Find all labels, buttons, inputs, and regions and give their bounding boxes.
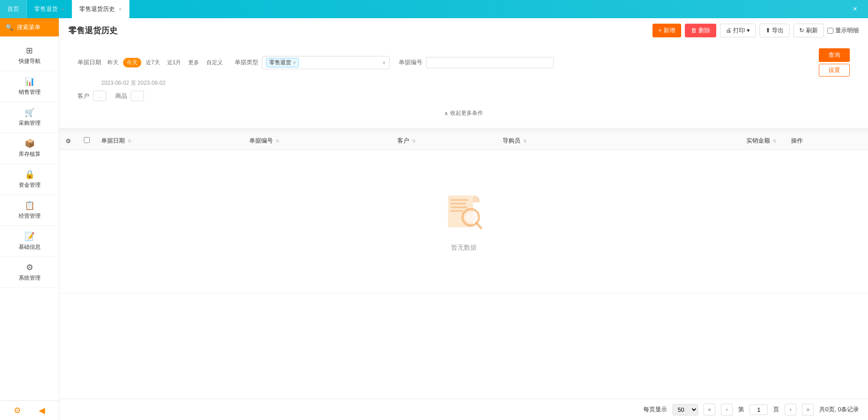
delete-button[interactable]: 🗑 删除	[685, 24, 716, 37]
sidebar-search[interactable]: 🔍 搜索菜单	[0, 18, 59, 36]
th-settings[interactable]: ⚙	[59, 132, 77, 150]
tab-return-close[interactable]: ×	[62, 6, 64, 12]
date-custom[interactable]: 自定义	[204, 58, 226, 67]
display-toggle[interactable]: 显示明细	[827, 26, 859, 35]
page-input[interactable]	[750, 405, 768, 415]
window-close-button[interactable]: ×	[849, 3, 861, 15]
type-dropdown[interactable]: 零售退货 × ∨	[262, 56, 390, 69]
empty-cell: 暂无数据	[59, 150, 868, 293]
table-header-row: ⚙ 单据日期 ⇅ 单据编号 ⇅ 客户	[59, 132, 868, 150]
date-7days[interactable]: 近7天	[143, 58, 163, 67]
page-title-row: 零售退货历史 + 新增 🗑 删除 🖨 打印 ▾ ⬆ 导出 ↻ 刷新 显示明细	[68, 24, 859, 37]
date-range-text: 2023-06-02 至 2023-06-02	[101, 80, 165, 86]
table-body: 暂无数据	[59, 150, 868, 293]
goods-filter: 商品 ...	[115, 91, 144, 101]
number-filter-label: 单据编号	[399, 58, 422, 67]
tab-history-close[interactable]: ×	[118, 6, 121, 12]
sidebar-menu: ⊞ 快捷导航 📊 销售管理 🛒 采购管理 📦 库存核算 🔒 资金管理 📋	[0, 36, 59, 400]
data-table: ⚙ 单据日期 ⇅ 单据编号 ⇅ 客户	[59, 132, 868, 293]
tab-list: 首页 零售退货 × 零售退货历史 ×	[0, 0, 849, 18]
toolbar-buttons: + 新增 🗑 删除 🖨 打印 ▾ ⬆ 导出 ↻ 刷新 显示明细	[652, 24, 859, 37]
prev-page-icon: ‹	[726, 406, 728, 413]
type-filter: 单据类型 零售退货 × ∨	[235, 56, 390, 69]
sidebar-settings-button[interactable]: ⚙	[14, 405, 21, 415]
per-page-select[interactable]: 20 50 100	[673, 404, 698, 415]
select-all-checkbox[interactable]	[84, 137, 90, 143]
th-checkbox[interactable]	[77, 132, 96, 150]
date-range-row: 2023-06-02 至 2023-06-02	[77, 78, 850, 87]
table-header: ⚙ 单据日期 ⇅ 单据编号 ⇅ 客户	[59, 132, 868, 150]
top-bar: 首页 零售退货 × 零售退货历史 × ×	[0, 0, 868, 18]
date-shortcuts: 昨天 今天 近7天 近1月 更多 自定义	[105, 58, 226, 67]
display-checkbox[interactable]	[827, 28, 833, 34]
sidebar-item-operation[interactable]: 📋 经营管理	[0, 195, 59, 226]
sidebar-item-system[interactable]: ⚙ 系统管理	[0, 257, 59, 288]
th-amount[interactable]: 实销金额 ⇅	[624, 132, 785, 150]
sidebar-item-inventory[interactable]: 📦 库存核算	[0, 133, 59, 164]
date-yesterday[interactable]: 昨天	[105, 58, 121, 67]
th-guide-label: 导购员	[503, 137, 520, 144]
next-page-button[interactable]: ›	[785, 404, 796, 415]
sidebar-item-quicknav[interactable]: ⊞ 快捷导航	[0, 40, 59, 71]
refresh-button[interactable]: ↻ 刷新	[793, 24, 824, 37]
per-page-label: 每页显示	[643, 405, 667, 414]
type-dropdown-arrow: ∨	[382, 60, 385, 65]
tab-history-label: 零售退货历史	[79, 5, 115, 13]
sidebar-item-purchase-label: 采购管理	[19, 119, 41, 127]
settings-button[interactable]: 设置	[819, 64, 850, 77]
sidebar-collapse-button[interactable]: ◀	[39, 405, 45, 415]
svg-rect-2	[450, 203, 466, 205]
th-guide[interactable]: 导购员 ⇅	[497, 132, 624, 150]
sidebar-item-system-label: 系统管理	[19, 274, 41, 282]
print-button[interactable]: 🖨 打印 ▾	[720, 24, 756, 37]
first-page-icon: «	[708, 406, 711, 413]
date-filter-label: 单据日期	[77, 58, 101, 67]
next-page-icon: ›	[790, 406, 791, 413]
type-tag-close[interactable]: ×	[293, 60, 296, 65]
display-label: 显示明细	[835, 26, 859, 35]
th-number[interactable]: 单据编号 ⇅	[244, 132, 392, 150]
date-1month[interactable]: 近1月	[164, 58, 184, 67]
svg-rect-3	[450, 206, 467, 208]
svg-rect-4	[450, 210, 463, 212]
first-page-button[interactable]: «	[704, 404, 715, 415]
type-tag-value: 零售退货	[269, 59, 291, 67]
th-customer[interactable]: 客户 ⇅	[392, 132, 497, 150]
number-input[interactable]	[426, 57, 554, 68]
page-title: 零售退货历史	[68, 25, 118, 36]
customer-filter-label: 客户	[77, 92, 89, 100]
svg-rect-1	[450, 199, 468, 201]
inventory-icon: 📦	[25, 138, 35, 149]
th-customer-label: 客户	[397, 137, 409, 144]
sidebar-item-purchase[interactable]: 🛒 采购管理	[0, 102, 59, 133]
th-number-sort: ⇅	[276, 138, 279, 143]
date-more[interactable]: 更多	[185, 58, 202, 67]
th-date[interactable]: 单据日期 ⇅	[96, 132, 244, 150]
sidebar-item-operation-label: 经营管理	[19, 212, 41, 220]
tab-home-label: 首页	[7, 5, 19, 13]
main-layout: 🔍 搜索菜单 ⊞ 快捷导航 📊 销售管理 🛒 采购管理 📦 库存核算 🔒	[0, 18, 868, 420]
finance-icon: 🔒	[25, 169, 35, 179]
tab-home[interactable]: 首页	[0, 0, 27, 18]
tab-return[interactable]: 零售退货 ×	[27, 0, 72, 18]
new-button[interactable]: + 新增	[652, 24, 681, 37]
filter-row-2: 客户 ... 商品 ...	[77, 91, 850, 101]
export-button[interactable]: ⬆ 导出	[760, 24, 790, 37]
goods-ellipsis[interactable]: ...	[131, 91, 144, 101]
query-button[interactable]: 查询	[819, 48, 850, 62]
collapse-button[interactable]: ∧ 收起更多条件	[439, 108, 488, 119]
prev-page-button[interactable]: ‹	[721, 404, 733, 415]
date-today[interactable]: 今天	[123, 58, 141, 67]
sidebar-bottom: ⚙ ◀	[0, 400, 59, 420]
tab-history[interactable]: 零售退货历史 ×	[72, 0, 129, 18]
operation-icon: 📋	[25, 200, 35, 210]
collapse-icon: ∧	[444, 110, 448, 117]
svg-point-6	[465, 212, 476, 223]
customer-ellipsis[interactable]: ...	[93, 91, 106, 101]
sidebar-item-finance[interactable]: 🔒 资金管理	[0, 164, 59, 195]
sidebar-item-basic[interactable]: 📝 基础信息	[0, 226, 59, 257]
table-area: ⚙ 单据日期 ⇅ 单据编号 ⇅ 客户	[59, 132, 868, 399]
sidebar-item-sales[interactable]: 📊 销售管理	[0, 71, 59, 102]
last-page-button[interactable]: »	[802, 404, 814, 415]
total-info: 共0页, 0条记录	[819, 405, 859, 414]
